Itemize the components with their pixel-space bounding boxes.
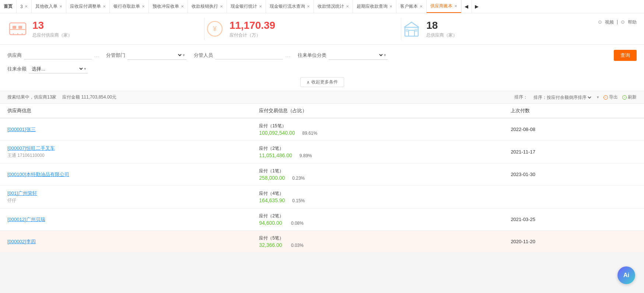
nav-arrow-right[interactable]: ▶ <box>472 0 482 13</box>
stat-number-1: 13 <box>32 20 72 31</box>
supplier-dots-icon[interactable]: ... <box>94 52 99 59</box>
table-row[interactable]: [000002]李四 应付（5笔） 32,366.00 0.03% 2020-1… <box>0 231 644 253</box>
separator: | <box>617 19 618 25</box>
supplier-count-text: 搜索结果中，供应商13家 <box>7 94 56 100</box>
svg-rect-0 <box>10 23 26 35</box>
stat-item-2: ¥ 11,170.39 应付合计（万） <box>204 18 401 39</box>
payable-inner: 应付（1笔） 258,000.00 <box>259 168 285 181</box>
payable-amount: 11,051,486.00 <box>259 152 292 158</box>
collapse-button[interactable]: ∧ 收起更多条件 <box>300 77 344 87</box>
balance-select[interactable]: 选择... <box>30 66 84 72</box>
sort-label: 排序： <box>514 94 528 100</box>
sort-select[interactable]: 排序：按应付余额倒序排序 <box>532 94 592 100</box>
export-button[interactable]: ○ 导出 <box>603 94 618 100</box>
payable-percent: 0.03% <box>291 243 304 248</box>
store-icon <box>401 18 422 39</box>
nav-tab-3[interactable]: 3 ✕ <box>17 0 32 13</box>
close-icon[interactable]: ✕ <box>454 4 457 8</box>
filter-dept: 分管部门 ▾ <box>106 51 186 60</box>
close-icon[interactable]: ✕ <box>181 4 184 8</box>
close-icon[interactable]: ✕ <box>420 4 423 8</box>
close-icon[interactable]: ✕ <box>307 4 310 8</box>
nav-arrow-left[interactable]: ◀ <box>461 0 472 13</box>
supplier-link[interactable]: [001]广州荣轩 <box>7 190 259 197</box>
payable-amount: 100,092,540.00 <box>259 130 295 136</box>
close-icon[interactable]: ✕ <box>389 4 392 8</box>
payable-count: 应付（5笔） <box>259 235 284 241</box>
table-header: 供应商信息 应付交易信息（占比） 上次付数 <box>0 104 644 118</box>
nav-tab-bank-deposit[interactable]: 银行存取款单 ✕ <box>110 0 149 13</box>
payable-percent: 9.89% <box>300 153 312 158</box>
nav-tab-ap-adjust[interactable]: 应收应付调整单 ✕ <box>66 0 110 13</box>
supplier-link[interactable]: [000002]李四 <box>7 238 259 245</box>
nav-tab-supplier-account[interactable]: 供应商账本 ✕ <box>427 0 461 13</box>
supplier-info-cell: [000001]张三 <box>7 126 259 133</box>
balance-select-wrapper: 选择... ▾ <box>29 65 88 73</box>
nav-tab-bank-deposit-label: 银行存取款单 <box>113 3 140 10</box>
nav-tab-customer-account[interactable]: 客户账本 ✕ <box>396 0 427 13</box>
payable-cell: 应付（15笔） 100,092,540.00 89.61% <box>259 123 511 136</box>
supplier-info-cell: [000007]恒旺二手叉车 王通 17106110000 <box>7 145 259 159</box>
category-select[interactable] <box>330 52 384 58</box>
chevron-down-icon: ▾ <box>84 66 86 71</box>
stat-info-1: 13 总应付供应商（家） <box>32 20 72 38</box>
filter-row-1: 供应商 ... 分管部门 ▾ 分管人员 ... 往来单位分类 ▾ 查询 <box>7 50 637 61</box>
payable-inner: 应付（5笔） 32,366.00 <box>259 235 284 248</box>
dept-select-wrapper: ▾ <box>127 51 186 60</box>
help-link[interactable]: 帮助 <box>628 19 637 25</box>
last-pay-date: 2020-11-20 <box>511 239 637 244</box>
nav-tab-home-label: 首页 <box>4 3 13 10</box>
nav-tab-cash-bank-stat[interactable]: 现金银行统计 ✕ <box>227 0 266 13</box>
person-dots-icon[interactable]: ... <box>285 52 290 59</box>
close-icon[interactable]: ✕ <box>103 4 106 8</box>
close-icon[interactable]: ✕ <box>25 4 28 8</box>
nav-tab-other-income[interactable]: 其他收入单 ✕ <box>32 0 66 13</box>
header-last-pay: 上次付数 <box>511 107 637 114</box>
table-row[interactable]: [000100]本特勤油品有限公司 应付（1笔） 258,000.00 0.23… <box>0 163 644 186</box>
nav-tab-home[interactable]: 首页 <box>0 0 17 13</box>
filter-row-2: 往来余额 选择... ▾ <box>7 65 637 73</box>
nav-tab-collect-exec[interactable]: 收款核销执行 ✕ <box>188 0 227 13</box>
nav-tab-overdue-collect[interactable]: 超期应收款查询 ✕ <box>353 0 396 13</box>
supplier-link[interactable]: [000100]本特勤油品有限公司 <box>7 171 259 178</box>
payable-cell: 应付（2笔） 94,600.00 0.08% <box>259 213 511 226</box>
dept-select[interactable] <box>129 52 183 58</box>
chevron-down-icon: ▾ <box>597 95 599 100</box>
svg-rect-8 <box>406 29 409 32</box>
table-row[interactable]: [000001]张三 应付（15笔） 100,092,540.00 89.61%… <box>0 118 644 141</box>
nav-tab-customer-account-label: 客户账本 <box>400 3 418 10</box>
export-label: 导出 <box>609 94 618 100</box>
payable-inner: 应付（4笔） 164,635.90 <box>259 190 285 203</box>
query-button[interactable]: 查询 <box>614 50 637 61</box>
table-row[interactable]: [000007]恒旺二手叉车 王通 17106110000 应付（2笔） 11,… <box>0 141 644 163</box>
stat-number-3: 18 <box>426 20 457 31</box>
payable-percent: 0.08% <box>291 221 304 226</box>
person-input[interactable] <box>215 51 283 59</box>
refresh-button[interactable]: ○ 刷新 <box>622 94 637 100</box>
close-icon[interactable]: ✕ <box>259 4 262 8</box>
close-icon[interactable]: ✕ <box>59 4 62 8</box>
supplier-link[interactable]: [000012]广州贝瑞 <box>7 216 259 223</box>
supplier-link[interactable]: [000001]张三 <box>7 126 259 133</box>
supplier-link[interactable]: [000007]恒旺二手叉车 <box>7 145 259 152</box>
nav-tab-advance-collect[interactable]: 预收冲应收单 ✕ <box>149 0 188 13</box>
close-icon[interactable]: ✕ <box>346 4 349 8</box>
close-icon[interactable]: ✕ <box>220 4 223 8</box>
export-dot-icon: ○ <box>603 95 608 100</box>
nav-tab-cash-bank-flow[interactable]: 现金银行流水查询 ✕ <box>266 0 314 13</box>
video-link[interactable]: 视频 <box>605 19 614 25</box>
category-label: 往来单位分类 <box>298 52 326 59</box>
nav-tab-collect-exec-label: 收款核销执行 <box>192 3 218 10</box>
payable-inner: 应付（2笔） 11,051,486.00 <box>259 145 292 158</box>
supplier-input[interactable] <box>24 51 92 59</box>
close-icon[interactable]: ✕ <box>142 4 145 8</box>
filter-person: 分管人员 ... <box>194 51 290 59</box>
dept-label: 分管部门 <box>106 52 125 59</box>
stats-bar: 13 总应付供应商（家） ¥ 11,170.39 应付合计（万） <box>0 13 644 45</box>
collapse-icon: ∧ <box>307 80 310 85</box>
collapse-label: 收起更多条件 <box>311 79 338 85</box>
chevron-down-icon: ▾ <box>183 53 185 58</box>
table-row[interactable]: [000012]广州贝瑞 应付（2笔） 94,600.00 0.08% 2021… <box>0 208 644 231</box>
table-row[interactable]: [001]广州荣轩 仔仔 应付（4笔） 164,635.90 0.15% <box>0 186 644 208</box>
nav-tab-collect-stat[interactable]: 收款情况统计 ✕ <box>314 0 353 13</box>
